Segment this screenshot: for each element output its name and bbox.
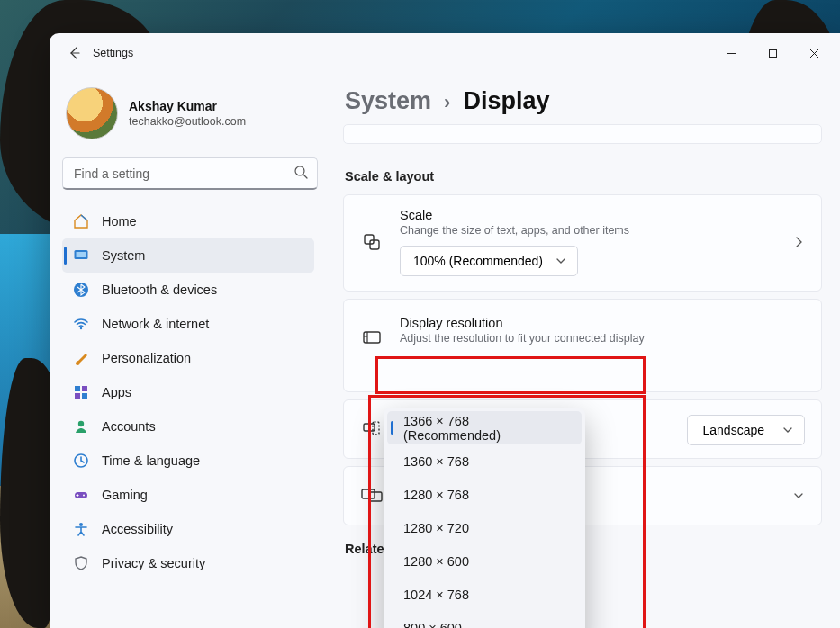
svg-rect-0 bbox=[769, 49, 776, 57]
chevron-down-icon bbox=[792, 489, 805, 502]
minimize-icon bbox=[727, 49, 736, 58]
sidebar-item-label: System bbox=[102, 248, 145, 263]
profile-name: Akshay Kumar bbox=[129, 99, 246, 113]
card-title: Scale bbox=[400, 208, 776, 222]
card-subtitle: Adjust the resolution to fit your connec… bbox=[400, 332, 805, 345]
accessibility-icon bbox=[73, 521, 89, 537]
card-scale[interactable]: Scale Change the size of text, apps, and… bbox=[343, 194, 822, 292]
system-icon bbox=[73, 247, 89, 264]
resolution-dropdown[interactable]: 1366 × 768 (Recommended) 1360 × 768 1280… bbox=[384, 408, 585, 628]
resolution-option[interactable]: 1366 × 768 (Recommended) bbox=[387, 411, 582, 444]
resolution-option[interactable]: 800 × 600 bbox=[387, 611, 582, 628]
page-title: Display bbox=[463, 87, 549, 115]
scale-icon bbox=[360, 232, 384, 252]
breadcrumb: System › Display bbox=[343, 85, 822, 124]
close-button[interactable] bbox=[793, 33, 835, 73]
brush-icon bbox=[73, 350, 89, 366]
chevron-right-icon bbox=[792, 236, 805, 248]
back-button[interactable] bbox=[62, 46, 87, 60]
sidebar-item-apps[interactable]: Apps bbox=[62, 375, 314, 409]
titlebar: Settings bbox=[50, 33, 840, 73]
minimize-button[interactable] bbox=[710, 33, 752, 73]
maximize-icon bbox=[768, 49, 778, 58]
apps-icon bbox=[73, 384, 89, 400]
svg-rect-3 bbox=[77, 252, 86, 257]
card-display-resolution[interactable]: Display resolution Adjust the resolution… bbox=[343, 299, 822, 392]
card-title: Display resolution bbox=[400, 316, 805, 330]
nav-list: Home System Bluetooth & devices Network … bbox=[62, 204, 318, 628]
svg-rect-21 bbox=[369, 492, 382, 501]
home-icon bbox=[73, 213, 89, 229]
sidebar-item-label: Bluetooth & devices bbox=[102, 283, 217, 297]
person-icon bbox=[73, 418, 89, 435]
svg-rect-16 bbox=[370, 240, 379, 249]
svg-point-1 bbox=[295, 166, 304, 175]
resolution-option[interactable]: 1280 × 768 bbox=[387, 478, 582, 511]
sidebar-item-privacy[interactable]: Privacy & security bbox=[62, 546, 314, 580]
sidebar-item-label: Network & internet bbox=[102, 317, 209, 331]
resolution-option[interactable]: 1280 × 600 bbox=[387, 544, 582, 578]
search-icon bbox=[294, 165, 309, 180]
breadcrumb-parent[interactable]: System bbox=[345, 87, 431, 115]
orientation-select[interactable]: Landscape bbox=[687, 415, 805, 445]
sidebar-item-label: Time & language bbox=[102, 453, 200, 468]
maximize-button[interactable] bbox=[752, 33, 793, 73]
svg-rect-20 bbox=[362, 489, 375, 498]
sidebar-item-label: Personalization bbox=[102, 351, 191, 365]
card-subtitle: Change the size of text, apps, and other… bbox=[400, 224, 776, 237]
gamepad-icon bbox=[73, 487, 89, 503]
sidebar-item-time-language[interactable]: Time & language bbox=[62, 444, 314, 478]
svg-rect-15 bbox=[365, 235, 374, 244]
sidebar-item-label: Accessibility bbox=[102, 522, 173, 536]
sidebar-item-bluetooth[interactable]: Bluetooth & devices bbox=[62, 273, 314, 307]
resolution-option[interactable]: 1280 × 720 bbox=[387, 511, 582, 544]
svg-point-5 bbox=[80, 327, 82, 329]
resolution-option[interactable]: 1024 × 768 bbox=[387, 578, 582, 611]
desktop-wallpaper: Settings Akshay Kumar techakko@outlook.c… bbox=[0, 0, 840, 628]
chevron-down-icon bbox=[782, 425, 793, 435]
resolution-icon bbox=[360, 328, 384, 348]
svg-rect-9 bbox=[82, 393, 87, 399]
sidebar-item-accessibility[interactable]: Accessibility bbox=[62, 512, 314, 546]
sidebar-item-accounts[interactable]: Accounts bbox=[62, 409, 314, 444]
clock-icon bbox=[73, 453, 89, 469]
sidebar: Akshay Kumar techakko@outlook.com Home bbox=[50, 73, 330, 628]
sidebar-item-personalization[interactable]: Personalization bbox=[62, 341, 314, 375]
svg-rect-7 bbox=[82, 386, 87, 391]
sidebar-item-label: Accounts bbox=[102, 419, 156, 434]
orientation-icon bbox=[360, 419, 384, 439]
bluetooth-icon bbox=[73, 282, 89, 298]
svg-point-10 bbox=[78, 421, 84, 426]
svg-rect-6 bbox=[75, 386, 80, 391]
sidebar-item-gaming[interactable]: Gaming bbox=[62, 478, 314, 512]
wifi-icon bbox=[73, 316, 89, 332]
sidebar-item-label: Gaming bbox=[102, 488, 148, 502]
orientation-select-value: Landscape bbox=[702, 423, 764, 437]
window-title: Settings bbox=[93, 47, 133, 59]
resolution-option[interactable]: 1360 × 768 bbox=[387, 444, 582, 478]
svg-rect-17 bbox=[364, 332, 380, 343]
avatar bbox=[66, 87, 118, 139]
card-placeholder bbox=[343, 124, 822, 144]
sidebar-item-network[interactable]: Network & internet bbox=[62, 307, 314, 341]
sidebar-item-label: Home bbox=[102, 214, 137, 229]
search-input[interactable] bbox=[62, 157, 318, 190]
chevron-down-icon bbox=[555, 256, 566, 266]
sidebar-item-system[interactable]: System bbox=[62, 238, 314, 273]
shield-icon bbox=[73, 555, 89, 571]
arrow-left-icon bbox=[68, 46, 82, 60]
multiple-displays-icon bbox=[360, 487, 384, 505]
content-panel: System › Display Scale & layout Scale Ch bbox=[330, 73, 840, 628]
chevron-right-icon: › bbox=[444, 91, 450, 114]
sidebar-item-home[interactable]: Home bbox=[62, 204, 314, 238]
profile-block[interactable]: Akshay Kumar techakko@outlook.com bbox=[62, 73, 318, 156]
svg-rect-8 bbox=[75, 393, 80, 399]
settings-window: Settings Akshay Kumar techakko@outlook.c… bbox=[50, 33, 840, 628]
sidebar-item-label: Privacy & security bbox=[102, 556, 205, 570]
sidebar-item-label: Apps bbox=[102, 385, 131, 399]
profile-email: techakko@outlook.com bbox=[129, 115, 246, 128]
scale-select[interactable]: 100% (Recommended) bbox=[400, 246, 578, 276]
close-icon bbox=[809, 49, 819, 58]
svg-point-14 bbox=[79, 523, 83, 526]
section-title-scale-layout: Scale & layout bbox=[345, 169, 822, 184]
